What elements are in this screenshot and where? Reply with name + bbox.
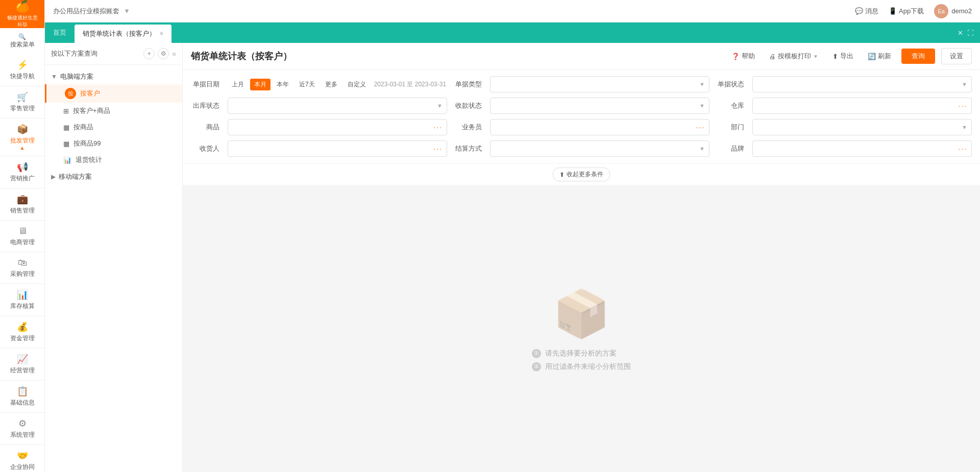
date-btn-last-month[interactable]: 上月 xyxy=(228,79,248,90)
receiver-dots[interactable]: ··· xyxy=(433,145,443,153)
date-range-display: 2023-03-01 至 2023-03-31 xyxy=(374,80,446,89)
payment-status-select[interactable]: ▼ xyxy=(490,98,709,114)
panel-collapse-btn[interactable]: « xyxy=(172,50,176,58)
date-btn-this-year[interactable]: 本年 xyxy=(273,79,293,90)
sidebar-item-purchase[interactable]: 🛍 采购管理 xyxy=(0,252,45,284)
sidebar-item-operation[interactable]: 📈 经营管理 xyxy=(0,348,45,381)
refresh-btn[interactable]: 🔄 刷新 xyxy=(864,50,895,63)
date-btn-this-month[interactable]: 本月 xyxy=(250,79,271,90)
sidebar-item-wholesale[interactable]: 📦 批发管理 ▲ xyxy=(0,119,45,156)
header-actions: 💬 消息 📱 App下载 Ea demo2 xyxy=(855,4,972,18)
sidebar-item-quick-nav[interactable]: ⚡ 快捷导航 xyxy=(0,54,45,86)
department-select[interactable]: ▼ xyxy=(752,119,972,135)
settlement-select[interactable]: ▼ xyxy=(490,140,709,157)
query-button[interactable]: 查询 xyxy=(901,49,935,64)
retail-icon: 🛒 xyxy=(17,91,28,103)
export-icon: ⬆ xyxy=(832,53,838,60)
page-header: 销货单统计表（按客户） ❓ 帮助 🖨 按模板打印 ▼ ⬆ 导出 xyxy=(183,43,980,70)
sidebar-item-inventory[interactable]: 📊 库存核算 xyxy=(0,284,45,316)
settings-button[interactable]: 设置 xyxy=(941,48,972,64)
sidebar: 🍊 畅捷通好生意 标版 🔍 搜索菜单 ⚡ 快捷导航 🛒 零售管理 📦 批发管理 … xyxy=(0,0,45,472)
brand-dots[interactable]: ··· xyxy=(958,145,967,153)
mobile-group-header[interactable]: ▶ 移动端方案 xyxy=(45,169,182,184)
scheme-by-customer-product[interactable]: ⊞ 按客户+商品 xyxy=(45,103,182,119)
doc-status-label: 单据状态 xyxy=(716,80,744,89)
sidebar-item-finance[interactable]: 💰 资金管理 xyxy=(0,316,45,348)
scheme-return-stats[interactable]: 📊 退货统计 xyxy=(45,152,182,168)
date-btn-more[interactable]: 更多 xyxy=(321,79,341,90)
messages-btn[interactable]: 💬 消息 xyxy=(855,7,878,16)
out-status-label: 出库状态 xyxy=(191,101,219,110)
scheme-by-customer[interactable]: 按 按客户 xyxy=(45,84,182,103)
brand-input[interactable]: ··· xyxy=(752,140,972,157)
tab-home[interactable]: 首页 xyxy=(45,22,75,43)
tab-close-icon[interactable]: × xyxy=(160,30,163,37)
settlement-label: 结算方式 xyxy=(453,144,482,153)
user-profile-btn[interactable]: Ea demo2 xyxy=(934,4,972,18)
collapse-up-icon: ⬆ xyxy=(559,171,565,178)
filter-department: 部门 ▼ xyxy=(716,119,972,135)
tip-2-text: 用过滤条件来缩小分析范围 xyxy=(545,362,631,371)
filter-payment-status: 收款状态 ▼ xyxy=(453,98,709,114)
sidebar-item-sales[interactable]: 💼 销售管理 xyxy=(0,188,45,221)
sidebar-item-search[interactable]: 🔍 搜索菜单 xyxy=(0,28,45,54)
by-product-icon: ▦ xyxy=(63,124,69,131)
desktop-group-header[interactable]: ▼ 电脑端方案 xyxy=(45,69,182,84)
filter-receiver: 收货人 ··· xyxy=(191,140,447,157)
sidebar-item-system[interactable]: ⚙ 系统管理 xyxy=(0,413,45,445)
doc-type-select[interactable]: ▼ xyxy=(490,76,709,92)
export-btn[interactable]: ⬆ 导出 xyxy=(828,50,857,63)
operation-icon: 📈 xyxy=(17,353,28,365)
sidebar-item-retail[interactable]: 🛒 零售管理 xyxy=(0,86,45,119)
right-panel: 销货单统计表（按客户） ❓ 帮助 🖨 按模板打印 ▼ ⬆ 导出 xyxy=(183,43,980,472)
app-download-label: App下载 xyxy=(899,7,924,16)
page-header-actions: ❓ 帮助 🖨 按模板打印 ▼ ⬆ 导出 🔄 刷新 xyxy=(727,48,972,64)
app-download-btn[interactable]: 📱 App下载 xyxy=(889,7,924,16)
mobile-group-expand-icon: ▶ xyxy=(51,173,56,180)
app-name: 畅捷通好生意 xyxy=(7,14,38,21)
receiver-input[interactable]: ··· xyxy=(228,140,447,157)
collapse-filters-btn[interactable]: ⬆ 收起更多条件 xyxy=(553,168,610,181)
app-logo[interactable]: 🍊 畅捷通好生意 标版 xyxy=(0,0,45,28)
product-dots[interactable]: ··· xyxy=(433,123,443,131)
doc-status-select[interactable]: ▼ xyxy=(752,76,972,92)
warehouse-input[interactable]: ··· xyxy=(752,98,972,114)
empty-tip-1: ① 请先选择要分析的方案 xyxy=(532,349,631,358)
customer-product-icon: ⊞ xyxy=(63,107,69,115)
close-window-icon[interactable]: ✕ xyxy=(958,29,963,37)
home-tab-label: 首页 xyxy=(53,28,66,37)
date-btn-custom[interactable]: 自定义 xyxy=(344,79,370,90)
maximize-icon[interactable]: ⛶ xyxy=(967,29,974,37)
scheme-by-product[interactable]: ▦ 按商品 xyxy=(45,119,182,135)
scheme-by-product-99[interactable]: ▦ 按商品99 xyxy=(45,135,182,152)
brand-label: 品牌 xyxy=(716,144,744,153)
payment-status-label: 收款状态 xyxy=(453,101,482,110)
template-print-btn[interactable]: 🖨 按模板打印 ▼ xyxy=(765,50,822,63)
filter-product: 商品 ··· xyxy=(191,119,447,135)
sidebar-item-ecom[interactable]: 🖥 电商管理 xyxy=(0,221,45,252)
left-panel-header: 按以下方案查询 + ⚙ « xyxy=(45,43,182,65)
inventory-icon: 📊 xyxy=(17,289,28,300)
mobile-group-label: 移动端方案 xyxy=(59,172,92,181)
filter-brand: 品牌 ··· xyxy=(716,140,972,157)
date-btn-7days[interactable]: 近7天 xyxy=(295,79,319,90)
tab-sales-stats[interactable]: 销货单统计表（按客户） × xyxy=(75,25,172,43)
sidebar-label-ecom: 电商管理 xyxy=(10,238,35,247)
warehouse-dots[interactable]: ··· xyxy=(958,102,967,110)
sidebar-item-enterprise[interactable]: 🤝 企业协同 xyxy=(0,445,45,472)
out-status-arrow-icon: ▼ xyxy=(437,103,443,109)
scheme-settings-btn[interactable]: ⚙ xyxy=(158,48,169,59)
product-input[interactable]: ··· xyxy=(228,119,447,135)
add-scheme-btn[interactable]: + xyxy=(143,48,155,59)
content-area: 按以下方案查询 + ⚙ « ▼ 电脑端方案 按 按客户 xyxy=(45,43,980,472)
sidebar-label-marketing: 营销推广 xyxy=(10,174,35,183)
salesperson-input[interactable]: ··· xyxy=(490,119,709,135)
filter-area: 单据日期 上月 本月 本年 近7天 更多 自定义 2023-03-01 至 20… xyxy=(183,70,980,163)
desktop-group-expand-icon: ▼ xyxy=(51,73,57,80)
sidebar-item-basic[interactable]: 📋 基础信息 xyxy=(0,381,45,413)
out-status-select[interactable]: ▼ xyxy=(228,98,447,114)
sidebar-item-marketing[interactable]: 📢 营销推广 xyxy=(0,156,45,188)
salesperson-dots[interactable]: ··· xyxy=(696,123,705,131)
date-label: 单据日期 xyxy=(191,80,219,89)
help-btn[interactable]: ❓ 帮助 xyxy=(727,50,759,63)
